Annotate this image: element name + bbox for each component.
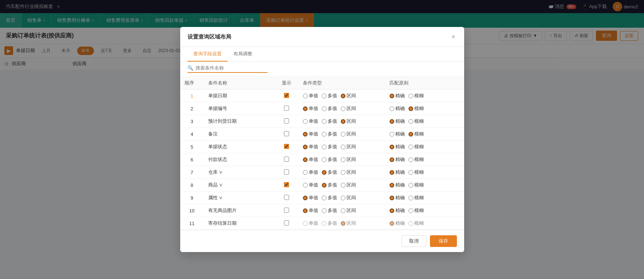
tab-layout[interactable]: 布局调整	[228, 47, 258, 62]
search-wrap: 🔍	[187, 65, 268, 70]
search-icon: 🔍	[187, 65, 193, 70]
tab-query-fields[interactable]: 查询字段设置	[187, 47, 228, 62]
dialog-search-area: 🔍	[180, 62, 464, 70]
dialog-tabs: 查询字段设置 布局调整	[180, 47, 464, 62]
dialog-header: 设置查询区域布局 ×	[180, 27, 464, 47]
modal-overlay: 设置查询区域布局 × 查询字段设置 布局调整 🔍	[0, 0, 644, 70]
dialog-close-button[interactable]: ×	[450, 33, 457, 41]
dialog-title: 设置查询区域布局	[187, 34, 231, 40]
settings-dialog: 设置查询区域布局 × 查询字段设置 布局调整 🔍	[180, 27, 464, 70]
search-input[interactable]	[195, 65, 261, 70]
